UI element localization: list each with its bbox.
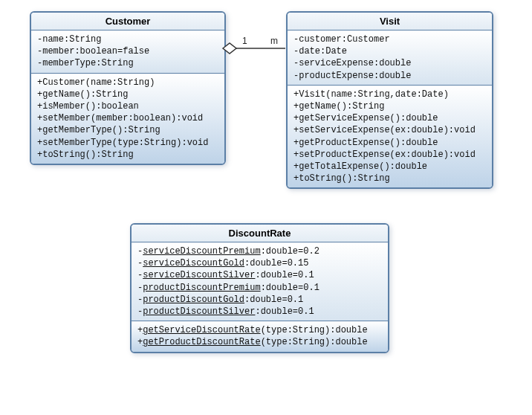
static-name: serviceDiscountSilver	[143, 270, 255, 280]
class-customer-methods: +Customer(name:String) +getName():String…	[31, 74, 224, 164]
static-rest: :double=0.2	[261, 246, 319, 257]
class-customer-title: Customer	[31, 13, 224, 30]
static-rest: (type:String):double	[261, 325, 368, 335]
attr-line: -productDiscountGold:double=0.1	[137, 294, 382, 306]
static-rest: :double=0.1	[261, 283, 319, 293]
method-line: +Customer(name:String)	[37, 77, 218, 89]
multiplicity-right: m	[270, 36, 278, 46]
svg-marker-1	[223, 43, 236, 54]
attr-line: -serviceDiscountSilver:double=0.1	[137, 269, 382, 281]
method-line: +Visit(name:String,date:Date)	[293, 89, 486, 100]
static-name: serviceDiscountGold	[143, 258, 244, 268]
class-visit-attributes: -customer:Customer -date:Date -serviceEx…	[288, 30, 492, 86]
class-visit-methods: +Visit(name:String,date:Date) +getName()…	[288, 86, 492, 188]
static-rest: :double=0.1	[244, 295, 303, 305]
method-line: +isMember():boolean	[37, 100, 218, 112]
static-name: productDiscountGold	[143, 295, 244, 305]
class-visit-title: Visit	[288, 13, 492, 30]
static-name: productDiscountSilver	[143, 306, 255, 317]
class-visit: Visit -customer:Customer -date:Date -ser…	[286, 11, 493, 189]
method-line: +getMemberType():String	[37, 124, 218, 136]
attr-line: -member:boolean=false	[37, 45, 218, 57]
static-name: getServiceDiscountRate	[143, 325, 260, 335]
attr-line: -date:Date	[293, 45, 486, 57]
method-line: +getServiceExpense():double	[293, 112, 486, 124]
method-line: +getProductExpense():double	[293, 137, 486, 149]
attr-line: -customer:Customer	[293, 33, 486, 45]
method-line: +getName():String	[37, 89, 218, 100]
class-discountrate-attributes: -serviceDiscountPremium:double=0.2 -serv…	[132, 242, 388, 321]
class-discountrate: DiscountRate -serviceDiscountPremium:dou…	[130, 223, 389, 353]
class-discountrate-title: DiscountRate	[132, 225, 388, 242]
method-line: +setProductExpense(ex:double):void	[293, 149, 486, 161]
attr-line: -productExpense:double	[293, 70, 486, 82]
method-line: +getServiceDiscountRate(type:String):dou…	[137, 324, 382, 336]
static-rest: :double=0.1	[255, 270, 314, 280]
attr-line: -serviceDiscountGold:double=0.15	[137, 257, 382, 269]
method-line: +setMemberType(type:String):void	[37, 137, 218, 149]
class-customer: Customer -name:String -member:boolean=fa…	[30, 11, 226, 165]
multiplicity-left: 1	[242, 36, 247, 46]
method-line: +setServiceExpense(ex:double):void	[293, 124, 486, 136]
static-rest: :double=0.1	[255, 306, 314, 317]
method-line: +setMember(member:boolean):void	[37, 112, 218, 124]
class-customer-attributes: -name:String -member:boolean=false -memb…	[31, 30, 224, 74]
static-rest: :double=0.15	[244, 258, 308, 268]
aggregation-diamond-icon	[221, 42, 238, 55]
attr-line: -serviceDiscountPremium:double=0.2	[137, 245, 382, 257]
attr-line: -name:String	[37, 33, 218, 45]
class-discountrate-methods: +getServiceDiscountRate(type:String):dou…	[132, 321, 388, 351]
method-line: +getTotalExpense():double	[293, 161, 486, 173]
static-name: serviceDiscountPremium	[143, 246, 260, 257]
static-name: productDiscountPremium	[143, 283, 260, 293]
attr-line: -productDiscountSilver:double=0.1	[137, 306, 382, 318]
attr-line: -serviceExpense:double	[293, 57, 486, 69]
static-name: getProductDiscountRate	[143, 337, 260, 347]
method-line: +toString():String	[293, 173, 486, 184]
method-line: +getProductDiscountRate(type:String):dou…	[137, 336, 382, 348]
static-rest: (type:String):double	[261, 337, 368, 347]
method-line: +getName():String	[293, 100, 486, 112]
attr-line: -memberType:String	[37, 57, 218, 69]
method-line: +toString():String	[37, 149, 218, 161]
attr-line: -productDiscountPremium:double=0.1	[137, 282, 382, 294]
